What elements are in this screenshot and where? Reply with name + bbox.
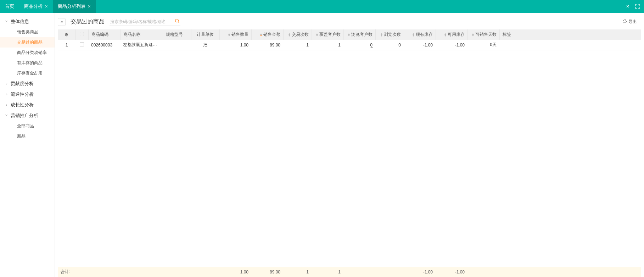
column-name[interactable]: 商品名称 [120, 29, 163, 40]
sort-icon: ▲▼ [260, 33, 263, 37]
cell-checkbox[interactable] [75, 40, 88, 50]
tab-home[interactable]: 首页 [0, 0, 19, 13]
sidebar-group-label: 流通性分析 [11, 91, 34, 98]
cell-code: 002600003 [88, 40, 120, 50]
sidebar: ﹀ 整体信息 销售类商品 交易过的商品 商品分类动销率 有库存的商品 库存资金占… [0, 13, 55, 277]
footer-txn: 1 [283, 270, 312, 275]
refresh-icon [623, 19, 627, 24]
column-amt[interactable]: ▲▼销售金额 [251, 29, 283, 40]
export-button[interactable]: 导出 [623, 19, 637, 25]
search-input[interactable] [110, 18, 180, 26]
sidebar-item-in-stock[interactable]: 有库存的商品 [0, 58, 55, 68]
footer-cust: 1 [312, 270, 343, 275]
sort-icon: ▲▼ [348, 33, 351, 37]
column-txn[interactable]: ▲▼交易次数 [283, 29, 312, 40]
column-days[interactable]: ▲▼可销售天数 [467, 29, 499, 40]
cell-browse-customers[interactable]: 0 [343, 40, 375, 50]
toolbar: « 交易过的商品 导出 [55, 13, 644, 29]
sidebar-item-traded-products[interactable]: 交易过的商品 [0, 37, 55, 48]
sort-icon: ▲▼ [444, 33, 447, 37]
footer-label: 合计: [58, 269, 75, 275]
chevron-right-icon: ﹥ [5, 92, 9, 97]
cell-avstock: -1.00 [436, 40, 467, 50]
column-spec[interactable]: 规格型号 [163, 29, 191, 40]
cell-bcnt: 0 [375, 40, 404, 50]
search-icon[interactable] [175, 18, 180, 24]
sidebar-group-growth[interactable]: ﹥ 成长性分析 [0, 100, 55, 110]
column-select-all[interactable] [75, 29, 88, 40]
cell-tag [499, 40, 641, 50]
checkbox-icon [80, 42, 84, 46]
search-field [110, 18, 180, 26]
table-header-row: ⚙ 商品编码 商品名称 规格型号 计量单位 ▲▼销售数量 ▲▼销售金额 ▲▼交易… [58, 29, 641, 40]
tab-label: 首页 [5, 3, 14, 10]
sidebar-group-label: 贡献度分析 [11, 81, 34, 87]
close-icon[interactable]: ✕ [45, 4, 48, 9]
sidebar-item-category-rate[interactable]: 商品分类动销率 [0, 48, 55, 58]
sort-icon: ▲▼ [288, 33, 291, 37]
cell-txn: 1 [283, 40, 312, 50]
close-all-icon[interactable]: ✕ [623, 0, 633, 13]
chevron-down-icon: ﹀ [5, 19, 9, 24]
checkbox-icon [80, 32, 84, 36]
column-qty[interactable]: ▲▼销售数量 [219, 29, 251, 40]
column-code[interactable]: 商品编码 [88, 29, 120, 40]
sidebar-group-contribution[interactable]: ﹥ 贡献度分析 [0, 78, 55, 89]
column-avstock[interactable]: ▲▼可用库存 [436, 29, 467, 40]
close-icon[interactable]: ✕ [88, 4, 91, 9]
cell-index: 1 [58, 40, 75, 50]
footer-avstock: -1.00 [436, 270, 467, 275]
sidebar-group-label: 成长性分析 [11, 102, 34, 108]
sidebar-item-new-products[interactable]: 新品 [0, 131, 55, 142]
sidebar-group-marketing[interactable]: ﹀ 营销推广分析 [0, 110, 55, 121]
sort-icon: ▲▼ [412, 33, 415, 37]
column-settings[interactable]: ⚙ [58, 29, 75, 40]
cell-name: 左都胶囊五折遮阳伞防晒伞; [120, 40, 163, 50]
cell-amt: 89.00 [251, 40, 283, 50]
sidebar-item-stock-capital[interactable]: 库存资金占用 [0, 68, 55, 78]
cell-unit: 把 [191, 40, 219, 50]
sidebar-group-circulation[interactable]: ﹥ 流通性分析 [0, 89, 55, 100]
tab-product-analysis[interactable]: 商品分析 ✕ [19, 0, 53, 13]
collapse-sidebar-button[interactable]: « [58, 18, 66, 26]
footer-amt: 89.00 [251, 270, 283, 275]
chevron-left-double-icon: « [61, 20, 63, 24]
tab-label: 商品分析列表 [58, 3, 85, 10]
footer-qty: 1.00 [219, 270, 251, 275]
sort-icon: ▲▼ [316, 33, 319, 37]
tab-label: 商品分析 [24, 3, 43, 10]
sort-icon: ▲▼ [380, 33, 383, 37]
cell-days: 0天 [467, 40, 499, 50]
footer-stock: -1.00 [404, 270, 436, 275]
export-label: 导出 [628, 19, 637, 25]
page-title: 交易过的商品 [71, 18, 105, 26]
column-stock[interactable]: ▲▼现有库存 [404, 29, 436, 40]
fullscreen-icon[interactable] [633, 0, 643, 13]
tab-bar: 首页 商品分析 ✕ 商品分析列表 ✕ ✕ [0, 0, 644, 13]
column-tag[interactable]: 标签 [499, 29, 641, 40]
gear-icon: ⚙ [65, 32, 68, 37]
chevron-right-icon: ﹥ [5, 81, 9, 86]
sidebar-item-all-products[interactable]: 全部商品 [0, 121, 55, 131]
sidebar-group-label: 整体信息 [11, 18, 29, 25]
column-cust[interactable]: ▲▼覆盖客户数 [312, 29, 343, 40]
table-row[interactable]: 1 002600003 左都胶囊五折遮阳伞防晒伞; 把 1.00 89.00 1… [58, 40, 641, 50]
tab-bar-actions: ✕ [623, 0, 644, 13]
cell-stock: -1.00 [404, 40, 436, 50]
cell-qty: 1.00 [219, 40, 251, 50]
sidebar-group-overall[interactable]: ﹀ 整体信息 [0, 16, 55, 27]
cell-spec [163, 40, 191, 50]
sort-icon: ▲▼ [228, 33, 231, 37]
sort-icon: ▲▼ [472, 33, 475, 37]
table-footer-totals: 合计: 1.00 89.00 1 1 -1.00 -1.00 [58, 267, 641, 277]
chevron-right-icon: ﹥ [5, 103, 9, 107]
sidebar-group-label: 营销推广分析 [11, 112, 38, 119]
column-unit[interactable]: 计量单位 [191, 29, 219, 40]
column-bcnt[interactable]: ▲▼浏览次数 [375, 29, 404, 40]
chevron-down-icon: ﹀ [5, 113, 9, 118]
data-table: ⚙ 商品编码 商品名称 规格型号 计量单位 ▲▼销售数量 ▲▼销售金额 ▲▼交易… [55, 29, 644, 267]
sidebar-item-sales-products[interactable]: 销售类商品 [0, 27, 55, 37]
column-bcust[interactable]: ▲▼浏览客户数 [343, 29, 375, 40]
tab-product-analysis-list[interactable]: 商品分析列表 ✕ [53, 0, 96, 13]
cell-cust: 1 [312, 40, 343, 50]
